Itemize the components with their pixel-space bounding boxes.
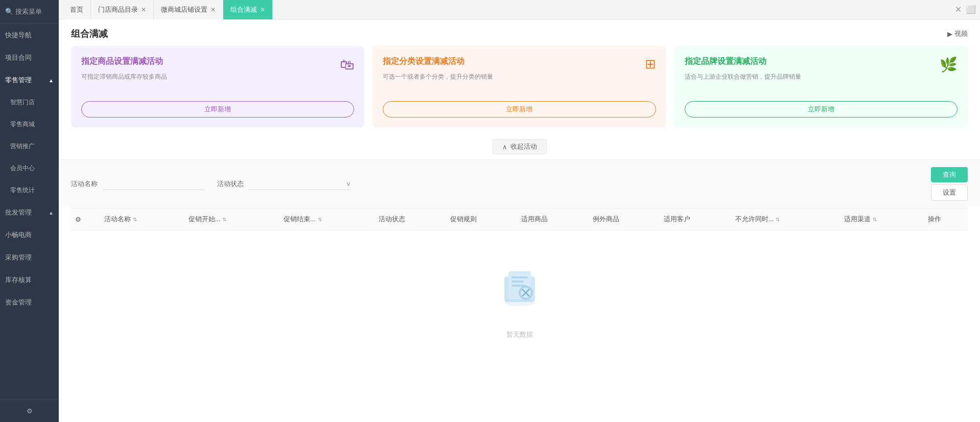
sidebar-item-retail-mall[interactable]: 零售商城 bbox=[0, 113, 59, 135]
page-header: 组合满减 ▶ 视频 bbox=[59, 19, 980, 46]
product-card-add-button[interactable]: 立即新增 bbox=[81, 101, 354, 118]
table-section: ⚙活动名称⇅促销开始...⇅促销结束...⇅活动状态促销规则适用商品例外商品适用… bbox=[59, 208, 980, 360]
tab-label-combo-discount: 组合满减 bbox=[230, 5, 257, 14]
status-filter-label: 活动状态 bbox=[217, 179, 244, 189]
sidebar: 🔍 搜索菜单 快捷导航项目合同零售管理▲智慧门店零售商城营销推广会员中心零售统计… bbox=[0, 0, 59, 422]
page-title: 组合满减 bbox=[71, 28, 108, 40]
no-data-illustration bbox=[494, 261, 545, 312]
sidebar-label-project-contract: 项目合同 bbox=[5, 53, 32, 62]
col-header-products: 适用商品 bbox=[517, 208, 588, 230]
tab-close-combo-discount[interactable]: ✕ bbox=[260, 7, 265, 13]
col-header-exclude: 例外商品 bbox=[589, 208, 660, 230]
status-filter-select[interactable]: ∨ bbox=[249, 178, 351, 190]
category-card-title: 指定分类设置满减活动 bbox=[383, 56, 656, 67]
brand-card-add-button[interactable]: 立即新增 bbox=[685, 101, 958, 118]
sidebar-item-project-contract[interactable]: 项目合同 bbox=[0, 46, 59, 69]
sidebar-item-quick-nav[interactable]: 快捷导航 bbox=[0, 24, 59, 46]
sidebar-label-retail-mgmt: 零售管理 bbox=[5, 76, 32, 85]
brand-card-title: 指定品牌设置满减活动 bbox=[685, 56, 958, 67]
sidebar-label-wholesale-mgmt: 批发管理 bbox=[5, 208, 32, 217]
sort-icon-name: ⇅ bbox=[133, 217, 137, 222]
filter-section: 活动名称 活动状态 ∨ 查询 设置 bbox=[59, 159, 980, 208]
sidebar-search[interactable]: 🔍 搜索菜单 bbox=[0, 0, 59, 24]
col-header-no-combine[interactable]: 不允许同时...⇅ bbox=[731, 208, 840, 230]
sidebar-item-marketing[interactable]: 营销推广 bbox=[0, 135, 59, 157]
name-filter-input[interactable] bbox=[103, 178, 205, 190]
collapse-label: 收起活动 bbox=[510, 142, 537, 151]
sort-icon-end: ⇅ bbox=[318, 217, 322, 222]
sidebar-item-retail-mgmt[interactable]: 零售管理▲ bbox=[0, 69, 59, 91]
tab-close-store-catalog[interactable]: ✕ bbox=[141, 7, 146, 13]
video-label: 视频 bbox=[954, 29, 968, 38]
sidebar-item-purchase-mgmt[interactable]: 采购管理 bbox=[0, 246, 59, 269]
col-header-start[interactable]: 促销开始...⇅ bbox=[184, 208, 279, 230]
name-filter-label: 活动名称 bbox=[71, 179, 98, 189]
brand-promo-card: 🌿 指定品牌设置满减活动 适合与上游企业联合做营销，提升品牌销量 立即新增 bbox=[674, 46, 968, 128]
col-header-end[interactable]: 促销结束...⇅ bbox=[279, 208, 375, 230]
sidebar-item-member-center[interactable]: 会员中心 bbox=[0, 157, 59, 179]
sidebar-item-retail-stats[interactable]: 零售统计 bbox=[0, 179, 59, 201]
sidebar-settings[interactable]: ⚙ bbox=[0, 400, 59, 422]
sidebar-item-finance[interactable]: 资金管理 bbox=[0, 291, 59, 314]
col-header-gear: ⚙ bbox=[71, 208, 100, 230]
col-header-customers: 适用客户 bbox=[660, 208, 731, 230]
collapse-bar: ∧ 收起活动 bbox=[59, 136, 980, 159]
sidebar-label-marketing: 营销推广 bbox=[10, 142, 35, 151]
product-card-icon: 🛍 bbox=[340, 56, 354, 73]
tab-store-catalog[interactable]: 门店商品目录✕ bbox=[91, 0, 154, 19]
search-icon: 🔍 bbox=[5, 8, 15, 15]
col-header-name[interactable]: 活动名称⇅ bbox=[100, 208, 184, 230]
tab-mini-store-settings[interactable]: 微商城店铺设置✕ bbox=[154, 0, 223, 19]
category-card-icon: ⊞ bbox=[645, 56, 656, 72]
category-card-desc: 可选一个或者多个分类，提升分类的销量 bbox=[383, 72, 656, 95]
sidebar-label-finance: 资金管理 bbox=[5, 298, 32, 307]
settings-icon: ⚙ bbox=[27, 407, 33, 415]
promo-cards-section: 🛍 指定商品设置满减活动 可指定滞销商品或库存较多商品 立即新增 ⊞ 指定分类设… bbox=[59, 46, 980, 136]
data-table: ⚙活动名称⇅促销开始...⇅促销结束...⇅活动状态促销规则适用商品例外商品适用… bbox=[71, 208, 968, 360]
col-header-actions: 操作 bbox=[924, 208, 968, 230]
name-filter-group: 活动名称 bbox=[71, 178, 205, 190]
collapse-activities-button[interactable]: ∧ 收起活动 bbox=[493, 139, 547, 154]
product-promo-card: 🛍 指定商品设置满减活动 可指定滞销商品或库存较多商品 立即新增 bbox=[71, 46, 364, 128]
window-controls: ✕ ⬜ bbox=[955, 5, 976, 14]
sidebar-label-member-center: 会员中心 bbox=[10, 164, 35, 173]
col-header-rule: 促销规则 bbox=[446, 208, 517, 230]
sidebar-label-purchase-mgmt: 采购管理 bbox=[5, 253, 32, 262]
play-icon: ▶ bbox=[947, 30, 952, 38]
brand-card-icon: 🌿 bbox=[940, 56, 958, 73]
tab-label-home: 首页 bbox=[70, 5, 83, 14]
table-header: ⚙活动名称⇅促销开始...⇅促销结束...⇅活动状态促销规则适用商品例外商品适用… bbox=[71, 208, 968, 230]
chevron-down-icon: ∨ bbox=[346, 180, 351, 187]
brand-card-desc: 适合与上游企业联合做营销，提升品牌销量 bbox=[685, 72, 958, 95]
query-button[interactable]: 查询 bbox=[931, 167, 968, 182]
category-promo-card: ⊞ 指定分类设置满减活动 可选一个或者多个分类，提升分类的销量 立即新增 bbox=[372, 46, 666, 128]
col-header-channels[interactable]: 适用渠道⇅ bbox=[840, 208, 924, 230]
status-filter-group: 活动状态 ∨ bbox=[217, 178, 351, 190]
product-card-title: 指定商品设置满减活动 bbox=[81, 56, 354, 67]
sidebar-label-xiaochangec: 小畅电商 bbox=[5, 230, 32, 240]
sidebar-label-retail-stats: 零售统计 bbox=[10, 186, 35, 195]
sort-icon-channels: ⇅ bbox=[873, 217, 877, 222]
tab-bar: 首页门店商品目录✕微商城店铺设置✕组合满减✕ ✕ ⬜ bbox=[59, 0, 980, 19]
sidebar-item-inventory[interactable]: 库存核算 bbox=[0, 269, 59, 291]
product-card-desc: 可指定滞销商品或库存较多商品 bbox=[81, 72, 354, 95]
sidebar-item-smart-store[interactable]: 智慧门店 bbox=[0, 91, 59, 113]
sidebar-search-label: 搜索菜单 bbox=[15, 8, 42, 15]
main-area: 首页门店商品目录✕微商城店铺设置✕组合满减✕ ✕ ⬜ 组合满减 ▶ 视频 🛍 指… bbox=[59, 0, 980, 422]
tab-home[interactable]: 首页 bbox=[63, 0, 91, 19]
video-button[interactable]: ▶ 视频 bbox=[947, 29, 968, 38]
empty-state: 暂无数据 bbox=[71, 230, 968, 360]
tab-combo-discount[interactable]: 组合满减✕ bbox=[223, 0, 273, 19]
setting-button[interactable]: 设置 bbox=[931, 184, 968, 201]
maximize-window-button[interactable]: ⬜ bbox=[966, 5, 976, 14]
close-window-button[interactable]: ✕ bbox=[955, 5, 962, 14]
col-header-status: 活动状态 bbox=[375, 208, 446, 230]
sort-icon-start: ⇅ bbox=[222, 217, 226, 222]
sidebar-label-smart-store: 智慧门店 bbox=[10, 98, 35, 107]
chevron-icon-wholesale-mgmt: ▲ bbox=[49, 210, 54, 216]
sidebar-item-xiaochangec[interactable]: 小畅电商 bbox=[0, 224, 59, 246]
tab-close-mini-store-settings[interactable]: ✕ bbox=[211, 7, 216, 13]
category-card-add-button[interactable]: 立即新增 bbox=[383, 101, 656, 118]
table-body: 暂无数据 bbox=[71, 230, 968, 360]
sidebar-item-wholesale-mgmt[interactable]: 批发管理▲ bbox=[0, 201, 59, 224]
